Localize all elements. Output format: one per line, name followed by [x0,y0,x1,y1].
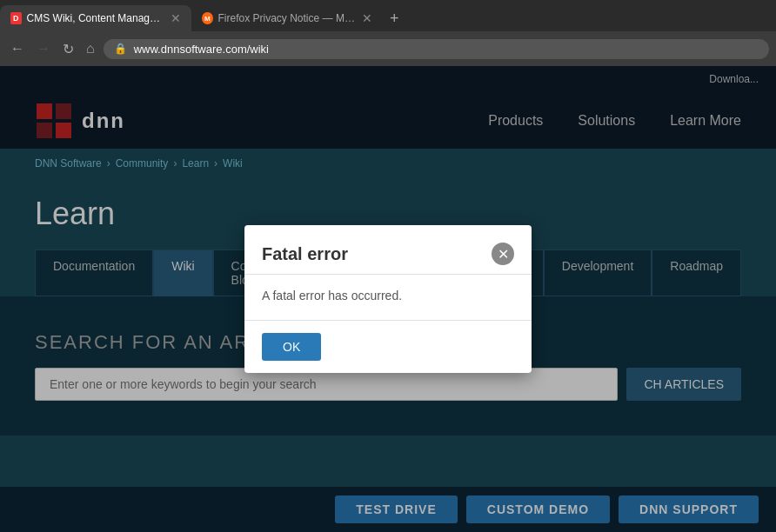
browser-tab-1[interactable]: D CMS Wiki, Content Manageme... ✕ [0,5,191,31]
tab-favicon-1: D [10,12,22,24]
refresh-button[interactable]: ↻ [59,37,77,61]
browser-chrome: D CMS Wiki, Content Manageme... ✕ M Fire… [0,0,776,66]
url-box[interactable]: 🔒 www.dnnsoftware.com/wiki [104,39,769,59]
browser-tab-2[interactable]: M Firefox Privacy Notice — Mozill... ✕ [191,5,383,31]
url-text: www.dnnsoftware.com/wiki [134,43,269,56]
modal-overlay: Fatal error ✕ A fatal error has occurred… [0,66,776,532]
tab-favicon-2: M [202,12,213,24]
tab-title-2: Firefox Privacy Notice — Mozill... [218,12,355,24]
modal-body: A fatal error has occurred. [244,275,532,321]
fatal-error-modal: Fatal error ✕ A fatal error has occurred… [244,225,532,373]
forward-button[interactable]: → [33,37,54,60]
modal-footer: OK [244,321,532,373]
modal-title: Fatal error [262,244,348,264]
modal-message: A fatal error has occurred. [262,289,514,303]
modal-header: Fatal error ✕ [244,225,532,275]
new-tab-button[interactable]: + [383,10,406,28]
website: Downloa... dnn Products Solutions Learn … [0,66,776,532]
lock-icon: 🔒 [114,43,127,55]
tab-bar: D CMS Wiki, Content Manageme... ✕ M Fire… [0,0,776,31]
tab-close-1[interactable]: ✕ [171,11,181,25]
back-button[interactable]: ← [7,37,28,60]
modal-ok-button[interactable]: OK [262,333,321,361]
modal-close-button[interactable]: ✕ [492,243,514,265]
tab-title-1: CMS Wiki, Content Manageme... [27,12,164,24]
address-bar: ← → ↻ ⌂ 🔒 www.dnnsoftware.com/wiki [0,31,776,66]
home-button[interactable]: ⌂ [83,37,98,60]
tab-close-2[interactable]: ✕ [362,11,372,25]
